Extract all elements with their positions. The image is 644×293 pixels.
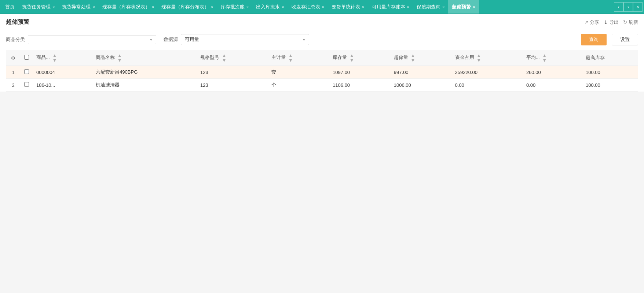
sort-arrows-avg: ▲▼ [542,53,547,63]
product-name-cell: 六配套新昌490BPG [92,66,197,79]
product-code-column-header[interactable]: 商品... ▲▼ [33,50,92,66]
filter-row: 商品分类 ▾ 数据源 可用量 ▾ 查询 设置 [0,29,644,50]
page-title: 超储预警 [6,18,29,26]
overstock-column-header[interactable]: 超储量 ▲▼ [390,50,451,66]
close-overstock-icon[interactable]: × [473,5,475,9]
query-button[interactable]: 查询 [581,34,607,45]
export-button[interactable]: ⤓ 导出 [604,19,619,26]
chevron-down-icon: ▾ [150,37,152,42]
page-content: 超储预警 ↗ 分享 ⤓ 导出 ↻ 刷新 商品分类 ▾ 数据源 [0,14,644,92]
close-abnormal-icon[interactable]: × [92,5,95,9]
category-filter-group: 商品分类 ▾ [6,35,156,44]
page-header: 超储预警 ↗ 分享 ⤓ 导出 ↻ 刷新 [0,14,644,29]
top-navigation: 首页 拣货任务管理 × 拣货异常处理 × 现存量（库存状况表） × 现存量（库存… [0,0,644,14]
close-collect-icon[interactable]: × [322,5,324,9]
settings-button[interactable]: 设置 [612,34,638,45]
capital-cell: 259220.00 [451,66,523,79]
gear-column-header: ⚙ [6,50,21,66]
nav-close-button[interactable]: × [633,2,643,12]
close-inventory-dist-icon[interactable]: × [211,5,213,9]
product-name-column-header[interactable]: 商品名称 ▲▼ [92,50,197,66]
nav-item-available[interactable]: 可用量库存账本 × [368,0,413,14]
close-inventory-status-icon[interactable]: × [152,5,154,9]
select-all-checkbox[interactable] [24,55,29,60]
datasource-select-value: 可用量 [185,36,199,43]
sort-arrows-stock: ▲▼ [350,53,354,63]
nav-next-button[interactable]: › [623,2,633,12]
nav-item-inventory-dist[interactable]: 现存量（库存分布表） × [158,0,217,14]
nav-item-home[interactable]: 首页 [1,0,18,14]
avg-cell: 260.00 [523,66,582,79]
unit-cell: 个 [268,79,329,92]
stock-cell: 1097.00 [329,66,390,79]
nav-item-inout[interactable]: 出入库流水 × [252,0,288,14]
spec-column-header[interactable]: 规格型号 ▲▼ [197,50,268,66]
stock-column-header[interactable]: 库存量 ▲▼ [329,50,390,66]
share-button[interactable]: ↗ 分享 [584,19,599,26]
row-num-cell: 1 [6,66,21,79]
checkbox-column-header [21,50,33,66]
capital-column-header[interactable]: 资金占用 ▲▼ [451,50,523,66]
refresh-button[interactable]: ↻ 刷新 [623,19,638,26]
share-icon: ↗ [584,19,588,25]
header-actions: ↗ 分享 ⤓ 导出 ↻ 刷新 [584,19,638,26]
avg-column-header[interactable]: 平均... ▲▼ [523,50,582,66]
spec-cell: 123 [197,66,268,79]
sort-arrows-unit: ▲▼ [288,53,293,63]
close-inout-icon[interactable]: × [282,5,284,9]
data-table-wrap: ⚙ 商品... ▲▼ 商品名称 ▲▼ 规格型号 ▲▼ [0,50,644,92]
spec-cell: 123 [197,79,268,92]
datasource-select[interactable]: 可用量 ▾ [181,34,309,45]
product-code-cell: 0000004 [33,66,92,79]
table-header-row: ⚙ 商品... ▲▼ 商品名称 ▲▼ 规格型号 ▲▼ [6,50,638,66]
datasource-filter-group: 数据源 可用量 ▾ [164,34,309,45]
data-table: ⚙ 商品... ▲▼ 商品名称 ▲▼ 规格型号 ▲▼ [6,50,638,92]
overstock-cell: 1006.00 [390,79,451,92]
filter-actions: 查询 设置 [581,34,638,45]
sort-arrows-capital: ▲▼ [476,53,481,63]
sort-arrows-overstock: ▲▼ [410,53,415,63]
close-available-icon[interactable]: × [407,5,409,9]
table-row: 2 186-10... 机油滤清器 123 个 1106.00 1006.00 … [6,79,638,92]
capital-cell: 0.00 [451,79,523,92]
close-expiry-icon[interactable]: × [442,5,444,9]
category-select[interactable]: ▾ [28,35,156,44]
overstock-cell: 997.00 [390,66,451,79]
max-stock-cell: 100.00 [582,79,638,92]
sort-arrows-product-name: ▲▼ [117,53,122,63]
datasource-label: 数据源 [164,36,178,43]
sort-arrows-spec: ▲▼ [222,53,227,63]
stock-cell: 1106.00 [329,79,390,92]
max-stock-cell: 100.00 [582,66,638,79]
row-num-cell: 2 [6,79,21,92]
avg-cell: 0.00 [523,79,582,92]
nav-item-task[interactable]: 拣货任务管理 × [18,0,58,14]
unit-cell: 套 [268,66,329,79]
gear-icon[interactable]: ⚙ [11,55,15,61]
close-batch-icon[interactable]: × [246,5,249,9]
row-checkbox[interactable] [24,69,29,74]
max-stock-column-header[interactable]: 最高库存 [582,50,638,66]
refresh-icon: ↻ [623,19,627,25]
nav-item-overstock[interactable]: 超储预警 × [448,0,479,14]
row-checkbox[interactable] [24,82,29,87]
category-label: 商品分类 [6,36,25,43]
nav-item-expiry[interactable]: 保质期查询 × [413,0,448,14]
close-task-icon[interactable]: × [52,5,55,9]
nav-prev-button[interactable]: ‹ [614,2,623,12]
product-code-cell: 186-10... [33,79,92,92]
export-icon: ⤓ [604,19,608,25]
nav-item-collect[interactable]: 收发存汇总表 × [288,0,328,14]
product-name-cell: 机油滤清器 [92,79,197,92]
nav-item-order-stat[interactable]: 要货单统计表 × [328,0,368,14]
table-row: 1 0000004 六配套新昌490BPG 123 套 1097.00 997.… [6,66,638,79]
row-checkbox-cell[interactable] [21,66,33,79]
nav-item-abnormal[interactable]: 拣货异常处理 × [58,0,98,14]
row-checkbox-cell[interactable] [21,79,33,92]
unit-column-header[interactable]: 主计量 ▲▼ [268,50,329,66]
chevron-down-icon-2: ▾ [303,37,305,42]
nav-item-inventory-status[interactable]: 现存量（库存状况表） × [99,0,158,14]
nav-item-batch[interactable]: 库存批次账 × [217,0,252,14]
nav-arrows: ‹ › × [614,2,643,12]
close-order-stat-icon[interactable]: × [362,5,364,9]
